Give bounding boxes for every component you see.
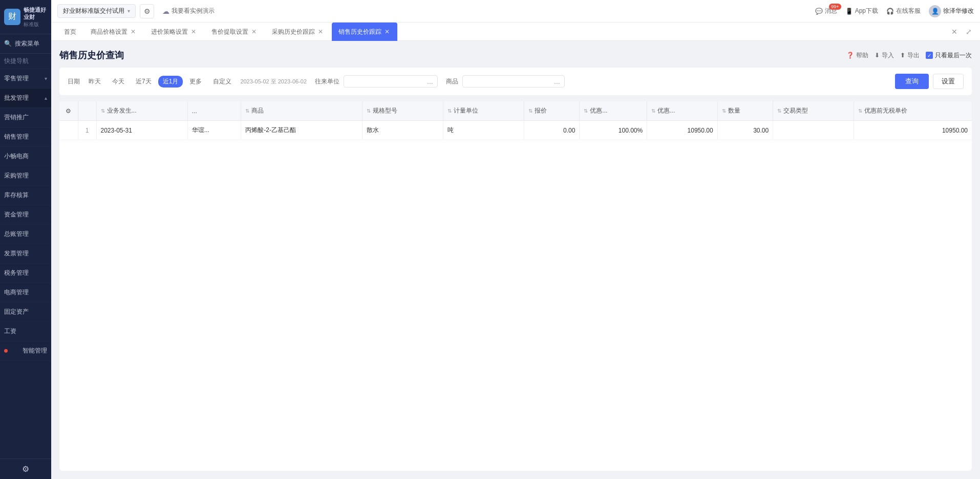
- col-qty[interactable]: ⇅ 数量: [717, 101, 773, 121]
- help-label: 帮助: [856, 51, 868, 60]
- sidebar-item-retail-label: 零售管理: [4, 74, 29, 83]
- tab-price-extract[interactable]: 售价提取设置 ✕: [205, 23, 264, 41]
- sidebar-item-inventory-label: 库存核算: [4, 191, 29, 200]
- help-icon: ❓: [846, 52, 854, 59]
- export-label: 导出: [907, 51, 920, 60]
- topbar-right: 💬 消息 99+ 📱 App下载 🎧 在线客服 👤 徐泽华修改: [815, 5, 974, 17]
- sort-icon: ⇅: [722, 108, 726, 114]
- app-download-btn[interactable]: 📱 App下载: [845, 7, 878, 15]
- customer-service-label: 在线客服: [896, 7, 921, 15]
- sidebar-item-ecommerce[interactable]: 电商管理: [0, 283, 51, 302]
- filter-settings-button[interactable]: 设置: [933, 74, 964, 89]
- user-menu[interactable]: 👤 徐泽华修改: [929, 5, 974, 17]
- version-label: 好业财标准版交付试用: [63, 7, 124, 15]
- import-label: 导入: [882, 51, 894, 60]
- tab-purchase-history[interactable]: 采购历史价跟踪 ✕: [265, 23, 331, 41]
- filter-bar: 日期 昨天 今天 近7天 近1月 更多 自定义 2023-05-02 至 202…: [59, 68, 972, 95]
- col-pre-tax-price[interactable]: ⇅ 优惠前无税单价: [854, 101, 972, 121]
- from-unit-dots[interactable]: ...: [427, 77, 433, 85]
- tab-close-icon[interactable]: ✕: [130, 28, 137, 35]
- sidebar-item-marketing[interactable]: 营销推广: [0, 108, 51, 127]
- sidebar-item-retail[interactable]: 零售管理 ▾: [0, 69, 51, 89]
- row-seq: 1: [78, 121, 96, 140]
- sort-icon: ⇅: [367, 108, 371, 114]
- sidebar-item-tax[interactable]: 税务管理: [0, 264, 51, 283]
- col-trade-type-label: 交易类型: [783, 106, 808, 115]
- col-biz-date[interactable]: ⇅ 业务发生...: [96, 101, 187, 121]
- col-more[interactable]: ...: [187, 101, 241, 121]
- date-btn-7days[interactable]: 近7天: [131, 76, 156, 88]
- help-btn[interactable]: ❓ 帮助: [846, 51, 868, 60]
- date-btn-today[interactable]: 今天: [108, 76, 129, 88]
- sidebar-item-quick-nav[interactable]: 快捷导航: [0, 54, 51, 69]
- tabs-window-controls: ✕ ⤢: [949, 27, 974, 37]
- sidebar-item-purchase[interactable]: 采购管理: [0, 166, 51, 186]
- query-button[interactable]: 查询: [895, 74, 929, 89]
- tab-close-icon[interactable]: ✕: [384, 28, 391, 35]
- product-text-input[interactable]: [467, 78, 552, 85]
- tab-sales-history[interactable]: 销售历史价跟踪 ✕: [332, 23, 397, 41]
- table-row: 1 2023-05-31 华谊... 丙烯酸-2-乙基己酯 散水 吨 0.00 …: [59, 121, 972, 140]
- col-gear[interactable]: ⚙: [59, 101, 78, 121]
- col-spec[interactable]: ⇅ 规格型号: [363, 101, 443, 121]
- from-unit-filter-group: 往来单位 ...: [315, 75, 438, 88]
- quick-nav-label: 快捷导航: [4, 57, 29, 66]
- date-btn-more[interactable]: 更多: [185, 76, 206, 88]
- tab-purchase-strategy[interactable]: 进价策略设置 ✕: [144, 23, 204, 41]
- sort-icon: ⇅: [777, 108, 781, 114]
- product-input[interactable]: ...: [462, 75, 565, 88]
- tab-close-icon[interactable]: ✕: [317, 28, 324, 35]
- sidebar-item-sales[interactable]: 销售管理: [0, 127, 51, 147]
- tab-product-price[interactable]: 商品价格设置 ✕: [84, 23, 143, 41]
- app-download-label: App下载: [855, 7, 878, 15]
- tab-close-icon[interactable]: ✕: [250, 28, 258, 35]
- sort-icon: ⇅: [448, 108, 452, 114]
- sidebar-item-wholesale[interactable]: 批发管理 ▴: [0, 89, 51, 108]
- col-pre-tax-price-label: 优惠前无税单价: [864, 106, 907, 115]
- tab-home[interactable]: 首页: [57, 23, 83, 41]
- col-spec-label: 规格型号: [373, 106, 397, 115]
- message-btn[interactable]: 💬 消息 99+: [815, 7, 837, 15]
- sidebar-settings-btn[interactable]: ⚙: [0, 459, 51, 479]
- sidebar-item-ecommerce-label: 电商管理: [4, 288, 29, 297]
- col-quoted-price[interactable]: ⇅ 报价: [524, 101, 580, 121]
- col-more-label: ...: [192, 107, 197, 115]
- col-seq: [78, 101, 96, 121]
- from-unit-input[interactable]: ...: [344, 75, 438, 88]
- sidebar-item-ledger[interactable]: 总账管理: [0, 225, 51, 244]
- col-product[interactable]: ⇅ 商品: [241, 101, 363, 121]
- version-selector[interactable]: 好业财标准版交付试用 ▾: [57, 4, 136, 18]
- sidebar-item-finance[interactable]: 资金管理: [0, 205, 51, 225]
- date-btn-yesterday[interactable]: 昨天: [84, 76, 105, 88]
- sidebar-item-invoice[interactable]: 发票管理: [0, 244, 51, 264]
- sidebar-item-ecommerce-small[interactable]: 小畅电商: [0, 147, 51, 166]
- maximize-window-btn[interactable]: ⤢: [964, 27, 974, 37]
- row-pre-tax-price: 10950.00: [854, 121, 972, 140]
- sidebar-item-ai[interactable]: 智能管理: [0, 341, 51, 361]
- date-filter-label: 日期: [68, 77, 80, 86]
- col-discount-rate[interactable]: ⇅ 优惠...: [580, 101, 647, 121]
- topbar-settings-btn[interactable]: ⚙: [140, 4, 154, 18]
- sidebar-item-inventory[interactable]: 库存核算: [0, 186, 51, 205]
- import-btn[interactable]: ⬇ 导入: [875, 51, 894, 60]
- export-btn[interactable]: ⬆ 导出: [900, 51, 920, 60]
- col-discount-price[interactable]: ⇅ 优惠...: [647, 101, 717, 121]
- customer-service-btn[interactable]: 🎧 在线客服: [886, 7, 921, 15]
- product-dots[interactable]: ...: [554, 77, 560, 85]
- tab-close-icon[interactable]: ✕: [190, 28, 197, 35]
- date-btn-1month[interactable]: 近1月: [158, 76, 183, 88]
- sidebar-item-fixed-assets[interactable]: 固定资产: [0, 302, 51, 322]
- headset-icon: 🎧: [886, 8, 894, 15]
- app-logo-icon: 财: [4, 9, 20, 25]
- sidebar-item-payroll[interactable]: 工资: [0, 322, 51, 341]
- col-unit[interactable]: ⇅ 计量单位: [443, 101, 524, 121]
- sidebar-search[interactable]: 🔍 搜索菜单: [0, 34, 51, 54]
- close-window-btn[interactable]: ✕: [949, 27, 960, 37]
- col-trade-type[interactable]: ⇅ 交易类型: [773, 101, 854, 121]
- row-spec: 散水: [363, 121, 443, 140]
- demo-btn[interactable]: ☁ 我要看实例演示: [162, 7, 215, 15]
- from-unit-text-input[interactable]: [348, 78, 425, 85]
- date-btn-custom[interactable]: 自定义: [208, 76, 236, 88]
- only-last-checkbox[interactable]: ✓ 只看最后一次: [926, 51, 972, 60]
- demo-label: 我要看实例演示: [172, 7, 215, 15]
